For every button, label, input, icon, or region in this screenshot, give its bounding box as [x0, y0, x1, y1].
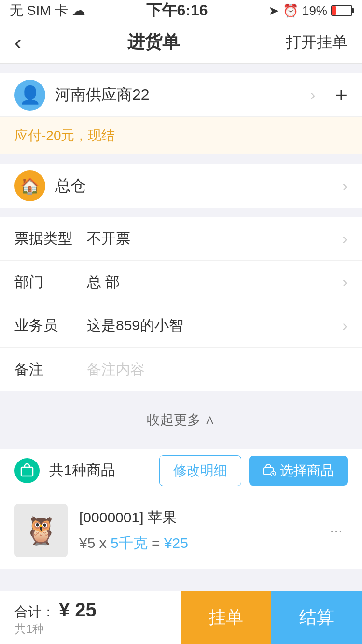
supplier-row[interactable]: 👤 河南供应商22 › +	[0, 73, 362, 117]
nav-bar: ‹ 进货单 打开挂单	[0, 21, 362, 64]
add-supplier-button[interactable]: +	[335, 83, 348, 107]
status-bar: 无 SIM 卡 ☁ 下午6:16 ➤ ⏰ 19%	[0, 0, 362, 21]
back-button[interactable]: ‹	[14, 32, 22, 53]
hang-button[interactable]: 挂单	[181, 591, 271, 644]
product-more-button[interactable]: ···	[325, 517, 348, 545]
user-icon: 👤	[19, 85, 41, 105]
status-right: ➤ ⏰ 19%	[268, 3, 352, 18]
invoice-label: 票据类型	[14, 229, 82, 249]
chevron-right-icon: ›	[342, 177, 348, 195]
supplier-avatar: 👤	[14, 80, 45, 111]
warehouse-icon-wrap: 🏠	[14, 170, 45, 201]
vertical-divider	[325, 83, 325, 107]
chevron-right-icon: ›	[342, 317, 348, 335]
bottom-bar: 合计： ¥ 25 共1种 挂单 结算	[0, 591, 362, 644]
remark-label: 备注	[14, 360, 82, 379]
page-title: 进货单	[127, 30, 180, 54]
supplier-section: 👤 河南供应商22 › + 应付-20元，现结	[0, 73, 362, 154]
chevron-right-icon: ›	[310, 86, 316, 104]
staff-value: 这是859的小智	[82, 316, 342, 336]
form-section: 票据类型 不开票 › 部门 总 部 › 业务员 这是859的小智 › 备注 备注…	[0, 217, 362, 391]
products-header: 共1种商品 修改明细 选择商品	[0, 449, 362, 492]
chevron-right-icon: ›	[342, 230, 348, 248]
notice-banner: 应付-20元，现结	[0, 117, 362, 154]
warehouse-name: 总仓	[55, 175, 342, 196]
products-section: 共1种商品 修改明细 选择商品 🦉 [0000001] 苹果 ¥5 x 5千克 …	[0, 449, 362, 569]
sim-label: 无 SIM 卡 ☁	[10, 1, 85, 20]
status-time: 下午6:16	[146, 0, 208, 21]
status-left: 无 SIM 卡 ☁	[10, 1, 85, 20]
total-amount: ¥ 25	[59, 599, 97, 621]
owl-icon: 🦉	[24, 515, 58, 546]
remark-row[interactable]: 备注 备注内容	[0, 348, 362, 391]
dept-value: 总 部	[82, 272, 342, 292]
total-count: 共1种	[14, 621, 166, 637]
location-icon: ➤	[268, 3, 279, 18]
battery-icon	[331, 5, 352, 16]
checkout-button[interactable]: 结算	[271, 591, 362, 644]
collapse-toggle[interactable]: 收起更多 ∧	[0, 401, 362, 439]
invoice-value: 不开票	[82, 229, 342, 249]
product-name: [0000001] 苹果	[79, 508, 325, 528]
products-icon	[14, 458, 40, 483]
warehouse-section: 🏠 总仓 ›	[0, 164, 362, 208]
edit-detail-button[interactable]: 修改明细	[159, 455, 241, 486]
product-thumbnail: 🦉	[14, 504, 68, 557]
product-item: 🦉 [0000001] 苹果 ¥5 x 5千克 = ¥25 ···	[0, 492, 362, 569]
select-product-label: 选择商品	[280, 462, 334, 480]
supplier-name: 河南供应商22	[55, 84, 310, 106]
svg-rect-0	[21, 467, 33, 476]
chevron-right-icon: ›	[342, 273, 348, 291]
warehouse-row[interactable]: 🏠 总仓 ›	[0, 164, 362, 208]
dept-label: 部门	[14, 272, 82, 292]
warehouse-icon: 🏠	[20, 177, 40, 195]
alarm-icon: ⏰	[283, 3, 298, 18]
bottom-total: 合计： ¥ 25 共1种	[0, 591, 181, 644]
battery-text: 19%	[302, 3, 327, 18]
total-label: 合计：	[14, 603, 55, 621]
staff-row[interactable]: 业务员 这是859的小智 ›	[0, 304, 362, 348]
invoice-row[interactable]: 票据类型 不开票 ›	[0, 217, 362, 261]
dept-row[interactable]: 部门 总 部 ›	[0, 261, 362, 304]
product-info: [0000001] 苹果 ¥5 x 5千克 = ¥25	[79, 508, 325, 553]
open-hang-button[interactable]: 打开挂单	[286, 32, 348, 53]
product-price: ¥5 x 5千克 = ¥25	[79, 533, 325, 553]
remark-input[interactable]: 备注内容	[82, 360, 348, 379]
staff-label: 业务员	[14, 316, 82, 336]
cart-icon	[263, 464, 276, 477]
select-product-button[interactable]: 选择商品	[249, 456, 348, 486]
product-count-label: 共1种商品	[49, 461, 159, 480]
